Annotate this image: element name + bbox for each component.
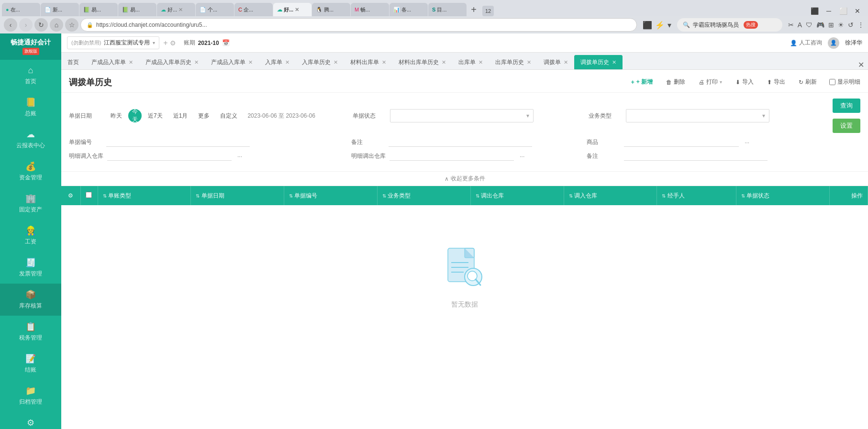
tab-close-icon[interactable]: ✕ (248, 59, 253, 66)
calendar-icon[interactable]: 📅 (222, 39, 230, 46)
table-settings-icon[interactable]: ⚙ (68, 192, 73, 199)
sidebar-item-archive[interactable]: 📁 归档管理 (0, 380, 61, 412)
goods-more-icon[interactable]: ··· (745, 139, 749, 146)
service-btn[interactable]: 👤 人工咨询 (790, 39, 822, 47)
th-out-warehouse[interactable]: ⇅ 调出仓库 (470, 186, 564, 205)
query-btn[interactable]: 查询 (833, 99, 860, 113)
tab-close-icon[interactable]: ✕ (527, 59, 531, 66)
period-value[interactable]: 2021-10 (198, 40, 219, 46)
tab-close-icon[interactable]: ✕ (129, 59, 133, 66)
close-btn[interactable]: ✕ (851, 6, 864, 16)
sidebar-item-tax[interactable]: 📋 税务管理 (0, 316, 61, 348)
custom-btn[interactable]: 自定义 (216, 110, 242, 122)
logo[interactable]: 畅捷通好会计 旗舰版 (0, 33, 61, 60)
filter-settings-btn[interactable]: 设置 (833, 119, 860, 133)
today-btn[interactable]: 今天 (128, 109, 142, 122)
th-in-warehouse[interactable]: ⇅ 调入仓库 (564, 186, 657, 205)
add-company-btn[interactable]: + (163, 39, 167, 47)
sidebar-item-ledger[interactable]: 📒 总账 (0, 91, 61, 123)
th-doc-no[interactable]: ⇅ 单据编号 (284, 186, 378, 205)
menu-icon[interactable]: ⋮ (857, 21, 864, 29)
shield-icon[interactable]: 🛡 (806, 21, 812, 29)
th-settings[interactable]: ⚙ (61, 186, 80, 205)
1month-btn[interactable]: 近1月 (169, 110, 192, 122)
7days-btn[interactable]: 近7天 (144, 110, 167, 122)
tab-transfer-history[interactable]: 调拨单历史 ✕ (574, 55, 623, 69)
game-icon[interactable]: 🎮 (816, 21, 824, 29)
address-bar[interactable]: 🔒 https://cloud.chanjet.com/accounting/u… (80, 18, 637, 32)
delete-btn[interactable]: 🗑 删除 (661, 76, 690, 88)
doc-no-input[interactable] (106, 138, 250, 147)
browser-tab[interactable]: M畅... (351, 3, 389, 16)
sidebar-item-home[interactable]: ⌂ 首页 (0, 60, 61, 91)
print-btn[interactable]: 🖨 打印 ▾ (694, 76, 727, 88)
undo-icon[interactable]: ↺ (848, 21, 854, 29)
tabs-close-all[interactable]: ✕ (854, 60, 868, 69)
biz-type-select[interactable]: ▾ (626, 109, 769, 122)
browser-tab[interactable]: 📊各... (389, 3, 428, 16)
extensions-icon[interactable]: ⬛ (643, 21, 652, 30)
cut-icon[interactable]: ✂ (788, 21, 794, 29)
detail-out-input[interactable] (389, 152, 514, 161)
browser-tab[interactable]: S目... (428, 3, 467, 16)
detail-in-input[interactable] (107, 152, 232, 161)
tab-close-icon[interactable]: ✕ (382, 59, 386, 66)
tab-product-in2[interactable]: 产成品入库单 ✕ (205, 55, 259, 69)
sidebar-item-inventory[interactable]: 📦 库存核算 (0, 284, 61, 316)
select-all-checkbox[interactable] (86, 192, 92, 198)
browser-tab[interactable]: 📗易... (118, 3, 156, 16)
browser-tab[interactable]: ☁好... ✕ (273, 3, 312, 16)
tab-close-icon[interactable]: ✕ (285, 59, 289, 66)
detail-in-more-icon[interactable]: ··· (237, 153, 242, 160)
tab-product-in[interactable]: 产成品入库单 ✕ (85, 55, 139, 69)
tab-close-icon[interactable]: ✕ (194, 59, 199, 66)
browser-tab[interactable]: ☁好... ✕ (157, 3, 195, 16)
th-doc-type[interactable]: ⇅ 单账类型 (98, 186, 191, 205)
new-tab-btn[interactable]: + (467, 3, 480, 16)
browser-tab[interactable]: ●在... (2, 3, 40, 16)
search-bar[interactable]: 🔍 学霸应聘场驱鸟员 热搜 (677, 18, 782, 32)
th-biz-type[interactable]: ⇅ 业务类型 (377, 186, 470, 205)
th-doc-status[interactable]: ⇅ 单据状态 (736, 186, 830, 205)
maximize-btn[interactable]: ⬜ (836, 6, 850, 16)
tab-in-history[interactable]: 入库单历史 ✕ (296, 55, 344, 69)
tab-close-icon[interactable]: ✕ (479, 59, 483, 66)
company-settings-btn[interactable]: ⚙ (170, 39, 176, 47)
import-btn[interactable]: ⬇ 导入 (731, 76, 758, 88)
lightning-icon[interactable]: ⚡ (655, 21, 665, 30)
tab-out-history[interactable]: 出库单历史 ✕ (489, 55, 537, 69)
browser-tab[interactable]: 📄个... (196, 3, 234, 16)
more-btn[interactable]: 更多 (194, 110, 214, 122)
browser-tab[interactable]: 🐧腾... (312, 3, 350, 16)
tab-close-icon[interactable]: ✕ (564, 59, 568, 66)
goods-input[interactable] (624, 138, 739, 147)
dropdown-btn[interactable]: ▾ (668, 21, 671, 30)
sidebar-item-close-account[interactable]: 📝 结账 (0, 348, 61, 380)
new-btn[interactable]: + + 新增 (626, 76, 657, 88)
username[interactable]: 徐泽华 (845, 39, 862, 47)
company-selector[interactable]: (勿删勿禁用) 江西服宝测试专用 ▾ (67, 36, 159, 49)
tab-out-order[interactable]: 出库单 ✕ (452, 55, 489, 69)
tab-in-order[interactable]: 入库单 ✕ (259, 55, 296, 69)
refresh-btn[interactable]: ↻ 刷新 (794, 76, 822, 88)
yesterday-btn[interactable]: 昨天 (106, 110, 126, 122)
forward-btn[interactable]: › (19, 18, 33, 32)
th-handler[interactable]: ⇅ 经手人 (657, 186, 736, 205)
display-toggle[interactable]: 显示明细 (829, 78, 860, 86)
tab-close-icon[interactable]: ✕ (612, 59, 616, 66)
detail-out-more-icon[interactable]: ··· (520, 153, 524, 160)
export-btn[interactable]: ⬆ 导出 (762, 76, 790, 88)
sidebar-item-invoice[interactable]: 🧾 发票管理 (0, 252, 61, 284)
minimize-btn[interactable]: ─ (822, 6, 835, 16)
collapse-btn[interactable]: ∧ 收起更多条件 (445, 175, 485, 183)
sidebar-item-fixed-assets[interactable]: 🏢 固定资产 (0, 187, 61, 220)
tab-material-out[interactable]: 材料出库单 ✕ (344, 55, 392, 69)
period-selector[interactable]: 账期 2021-10 📅 (184, 39, 230, 47)
sidebar-item-settings[interactable]: ⚙ 基础设置 (0, 412, 61, 429)
tab-home[interactable]: 首页 (61, 55, 85, 69)
translate-icon[interactable]: A (798, 21, 802, 29)
th-checkbox[interactable] (80, 186, 98, 205)
tab-material-out-history[interactable]: 材料出库单历史 ✕ (392, 55, 452, 69)
note-input[interactable] (624, 152, 768, 161)
home-btn[interactable]: ⌂ (50, 18, 63, 32)
